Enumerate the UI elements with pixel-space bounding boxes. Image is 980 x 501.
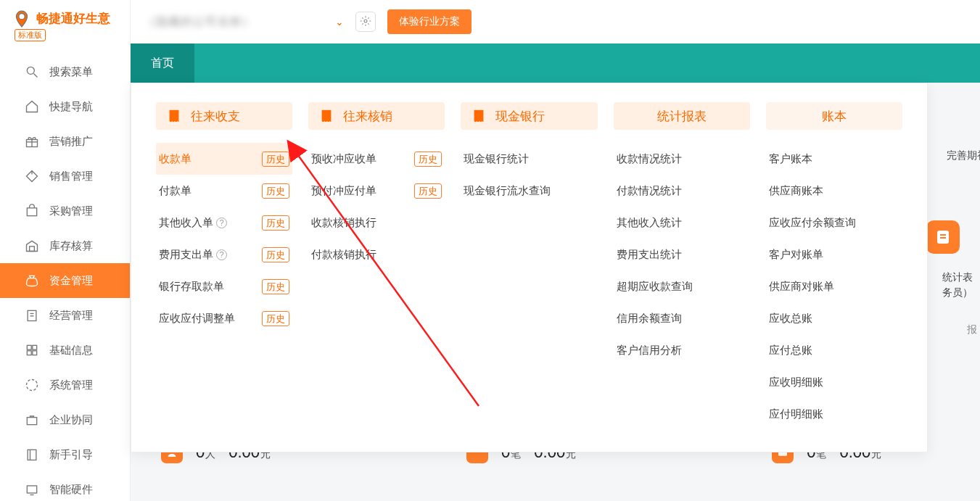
- sidebar-item-base[interactable]: 基础信息: [0, 333, 130, 368]
- menu-item-ar-detail[interactable]: 应收明细账: [766, 366, 902, 398]
- sidebar-item-label: 新手引导: [49, 448, 93, 462]
- menu-item-prerecv-offset[interactable]: 预收冲应收单 历史: [308, 143, 445, 175]
- receipt-icon: [471, 108, 487, 124]
- mega-col-header: 往来收支: [156, 102, 292, 130]
- sidebar-item-guide[interactable]: 新手引导: [0, 437, 130, 472]
- help-icon[interactable]: ?: [216, 218, 227, 228]
- brand-block: 畅捷通好生意 标准版: [0, 0, 130, 46]
- finance-mega-menu: 往来收支 收款单 历史 付款单 历史 其他收入单? 历史 费用支出单? 历史 银…: [131, 83, 928, 452]
- svg-point-0: [27, 67, 34, 74]
- sidebar-item-label: 销售管理: [49, 170, 93, 183]
- history-tag[interactable]: 历史: [262, 247, 289, 262]
- menu-item-bank-transfer[interactable]: 银行存取款单 历史: [156, 270, 292, 302]
- mega-col-header: 统计报表: [614, 102, 750, 130]
- menu-item-ar-ap-adjust[interactable]: 应收应付调整单 历史: [156, 302, 292, 334]
- sidebar-item-label: 营销推广: [49, 135, 93, 149]
- sidebar-item-quicknav[interactable]: 快捷导航: [0, 89, 130, 124]
- menu-item-expense-stat[interactable]: 费用支出统计: [614, 239, 750, 270]
- history-tag[interactable]: 历史: [414, 183, 442, 199]
- menu-item-other-income[interactable]: 其他收入单? 历史: [156, 207, 292, 239]
- home-icon: [25, 99, 39, 114]
- history-tag[interactable]: 历史: [262, 311, 289, 326]
- svg-point-14: [27, 380, 38, 391]
- sidebar-item-search[interactable]: 搜索菜单: [0, 54, 130, 89]
- menu-item-cashbank-stat[interactable]: 现金银行统计: [461, 143, 597, 175]
- sidebar-item-purchase[interactable]: 采购管理: [0, 194, 130, 228]
- svg-line-1: [34, 74, 38, 78]
- sidebar-item-label: 企业协同: [49, 413, 93, 427]
- menu-item-credit-analysis[interactable]: 客户信用分析: [614, 334, 750, 366]
- report-title-fragment: 统计表 （ 务员）: [942, 270, 980, 300]
- industry-plan-button[interactable]: 体验行业方案: [387, 9, 472, 34]
- mega-col-ledger: 账本 客户账本 供应商账本 应收应付余额查询 客户对账单 供应商对账单 应收总账…: [766, 102, 902, 437]
- history-tag[interactable]: 历史: [262, 279, 289, 294]
- history-tag[interactable]: 历史: [262, 215, 289, 231]
- menu-item-expense[interactable]: 费用支出单? 历史: [156, 239, 292, 270]
- sidebar-item-stock[interactable]: 库存核算: [0, 228, 130, 263]
- history-tag[interactable]: 历史: [262, 183, 289, 199]
- tv-icon: [25, 482, 39, 497]
- menu-item-arap-balance[interactable]: 应收应付余额查询: [766, 207, 902, 239]
- menu-item-overdue-ar[interactable]: 超期应收款查询: [614, 270, 750, 302]
- report-shortcut-icon[interactable]: [926, 220, 960, 254]
- menu-item-recv-writeoff[interactable]: 收款核销执行: [308, 207, 445, 239]
- menu-item-cust-statement[interactable]: 客户对账单: [766, 239, 902, 270]
- sidebar-item-business[interactable]: 经营管理: [0, 298, 130, 333]
- money-bag-icon: [25, 273, 39, 288]
- settings-button[interactable]: [355, 12, 376, 32]
- sidebar-item-label: 系统管理: [49, 378, 93, 392]
- menu-item-ap-detail[interactable]: 应付明细账: [766, 398, 902, 430]
- help-icon[interactable]: ?: [216, 249, 227, 260]
- search-icon: [25, 65, 39, 79]
- menu-item-cashbank-flow[interactable]: 现金银行流水查询: [461, 175, 597, 207]
- menu-item-vendor-statement[interactable]: 供应商对账单: [766, 270, 902, 302]
- menu-item-ar-ledger[interactable]: 应收总账: [766, 302, 902, 334]
- menu-item-ap-ledger[interactable]: 应付总账: [766, 334, 902, 366]
- button-label: 体验行业方案: [399, 15, 460, 28]
- sidebar: 畅捷通好生意 标准版 搜索菜单 快捷导航 营销推广 销售管理 采购管理: [0, 0, 131, 501]
- tab-home[interactable]: 首页: [131, 44, 194, 83]
- menu-item-payment-bill[interactable]: 付款单 历史: [156, 175, 292, 207]
- mega-col-header: 账本: [766, 102, 902, 130]
- menu-item-pay-stat[interactable]: 付款情况统计: [614, 175, 750, 207]
- svg-rect-5: [27, 208, 36, 216]
- sidebar-item-finance[interactable]: 资金管理: [0, 263, 130, 298]
- svg-rect-6: [30, 247, 35, 252]
- menu-item-credit-balance[interactable]: 信用余额查询: [614, 302, 750, 334]
- warehouse-icon: [25, 239, 39, 253]
- mega-col-reports: 统计报表 收款情况统计 付款情况统计 其他收入统计 费用支出统计 超期应收款查询…: [614, 102, 750, 437]
- menu-item-other-income-stat[interactable]: 其他收入统计: [614, 207, 750, 239]
- svg-rect-11: [33, 345, 37, 349]
- report-more-link[interactable]: 报 >: [967, 323, 980, 336]
- history-tag[interactable]: 历史: [262, 152, 289, 167]
- history-tag[interactable]: 历史: [414, 152, 442, 167]
- sidebar-nav: 搜索菜单 快捷导航 营销推广 销售管理 采购管理 库存核算 资金: [0, 54, 130, 501]
- briefcase-icon: [25, 413, 39, 427]
- brand-edition-tag: 标准版: [15, 29, 46, 41]
- mega-col-receipts: 往来收支 收款单 历史 付款单 历史 其他收入单? 历史 费用支出单? 历史 银…: [156, 102, 292, 437]
- svg-point-20: [364, 20, 367, 22]
- receipt-icon: [166, 108, 182, 124]
- sidebar-item-label: 基础信息: [49, 344, 93, 357]
- setup-hint[interactable]: 完善期初: [947, 149, 980, 162]
- menu-item-prepay-offset[interactable]: 预付冲应付单 历史: [308, 175, 445, 207]
- menu-item-recv-stat[interactable]: 收款情况统计: [614, 143, 750, 175]
- menu-item-cust-ledger[interactable]: 客户账本: [766, 143, 902, 175]
- svg-rect-23: [940, 237, 946, 239]
- sidebar-item-label: 搜索菜单: [49, 65, 93, 79]
- menu-item-vendor-ledger[interactable]: 供应商账本: [766, 175, 902, 207]
- sidebar-item-sales[interactable]: 销售管理: [0, 159, 130, 194]
- menu-item-pay-writeoff[interactable]: 付款核销执行: [308, 239, 445, 270]
- org-switcher[interactable]: （隐藏的公司名称）: [144, 12, 318, 32]
- sidebar-item-enterprise[interactable]: 企业协同: [0, 402, 130, 437]
- menu-item-receipt-bill[interactable]: 收款单 历史: [156, 143, 292, 175]
- sidebar-item-system[interactable]: 系统管理: [0, 368, 130, 402]
- sidebar-item-hardware[interactable]: 智能硬件: [0, 472, 130, 501]
- grid-icon: [25, 343, 39, 357]
- sidebar-item-marketing[interactable]: 营销推广: [0, 124, 130, 159]
- svg-rect-10: [27, 345, 31, 349]
- sidebar-item-label: 库存核算: [49, 239, 93, 253]
- topbar: （隐藏的公司名称） ⌄ 体验行业方案: [131, 0, 980, 44]
- sidebar-item-label: 快捷导航: [49, 100, 93, 114]
- chevron-down-icon[interactable]: ⌄: [335, 16, 344, 28]
